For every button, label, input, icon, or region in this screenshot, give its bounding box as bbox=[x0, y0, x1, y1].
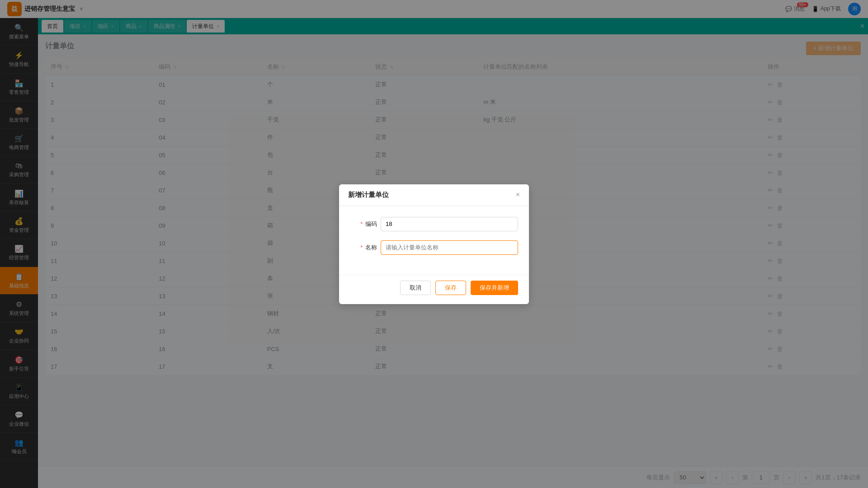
name-input[interactable] bbox=[381, 240, 518, 255]
modal-close-btn[interactable]: × bbox=[516, 191, 520, 199]
save-label: 保存 bbox=[445, 284, 457, 291]
name-required-mark: * bbox=[360, 244, 363, 251]
cancel-button[interactable]: 取消 bbox=[400, 281, 431, 295]
modal-body: * 编码 * 名称 bbox=[339, 206, 529, 271]
modal-header: 新增计量单位 × bbox=[339, 184, 529, 206]
code-input[interactable] bbox=[381, 217, 518, 231]
modal-footer: 取消 保存 保存并新增 bbox=[339, 275, 529, 304]
code-label: * 编码 bbox=[350, 220, 377, 228]
modal-title: 新增计量单位 bbox=[348, 191, 389, 199]
modal-overlay: 新增计量单位 × * 编码 * 名称 取消 bbox=[0, 0, 868, 488]
save-button[interactable]: 保存 bbox=[435, 281, 466, 295]
add-unit-modal: 新增计量单位 × * 编码 * 名称 取消 bbox=[339, 184, 529, 304]
code-label-text: 编码 bbox=[365, 221, 377, 227]
save-new-label: 保存并新增 bbox=[480, 284, 509, 291]
code-required-mark: * bbox=[360, 221, 363, 227]
name-label: * 名称 bbox=[350, 244, 377, 252]
name-label-text: 名称 bbox=[365, 244, 377, 251]
cancel-label: 取消 bbox=[410, 284, 421, 291]
save-new-button[interactable]: 保存并新增 bbox=[471, 281, 518, 295]
code-form-item: * 编码 bbox=[350, 217, 518, 231]
name-form-item: * 名称 bbox=[350, 240, 518, 255]
